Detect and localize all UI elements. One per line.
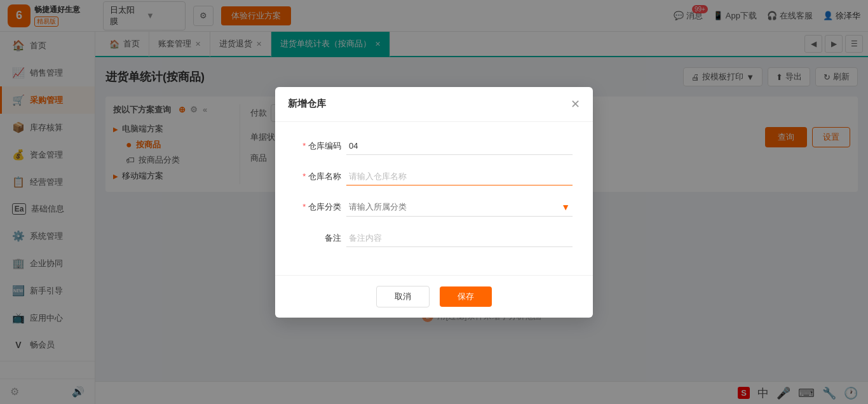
form-row-code: 仓库编码 [295, 137, 573, 155]
form-row-category: 仓库分类 ▼ [295, 198, 573, 217]
cancel-button[interactable]: 取消 [376, 286, 430, 307]
name-input[interactable] [346, 168, 573, 185]
modal-title: 新增仓库 [288, 98, 326, 110]
code-label: 仓库编码 [295, 140, 346, 152]
modal-header: 新增仓库 ✕ [275, 87, 593, 122]
save-button[interactable]: 保存 [440, 286, 492, 307]
form-row-remark: 备注 [295, 229, 573, 247]
code-input[interactable] [346, 137, 573, 155]
category-select[interactable]: ▼ [346, 198, 573, 217]
category-label: 仓库分类 [295, 201, 346, 213]
modal-body: 仓库编码 仓库名称 仓库分类 ▼ 备注 [275, 122, 593, 275]
remark-input[interactable] [346, 229, 573, 247]
modal-footer: 取消 保存 [275, 275, 593, 318]
new-warehouse-modal: 新增仓库 ✕ 仓库编码 仓库名称 仓库分类 ▼ [275, 87, 593, 318]
modal-close-button[interactable]: ✕ [571, 97, 580, 111]
remark-label: 备注 [295, 232, 346, 244]
form-row-name: 仓库名称 [295, 168, 573, 185]
name-label: 仓库名称 [295, 171, 346, 182]
category-input[interactable] [349, 202, 561, 212]
chevron-down-icon: ▼ [561, 202, 570, 212]
modal-overlay[interactable]: 新增仓库 ✕ 仓库编码 仓库名称 仓库分类 ▼ [0, 0, 868, 404]
